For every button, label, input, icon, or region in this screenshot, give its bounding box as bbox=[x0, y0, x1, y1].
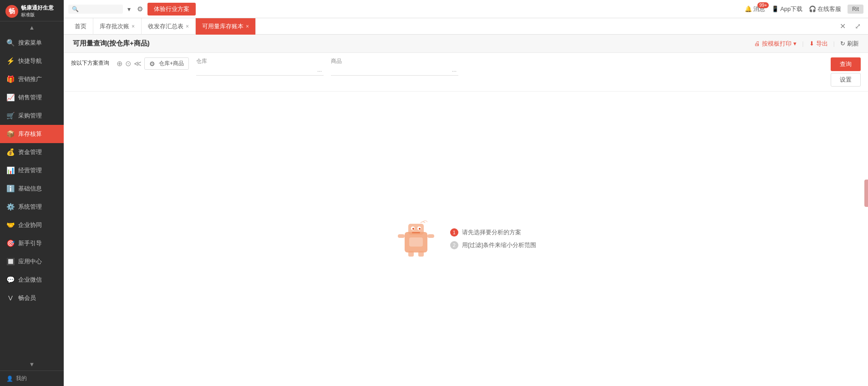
scheme-icon: ⚙ bbox=[149, 60, 157, 67]
empty-tip-2: 2 用[过滤]条件来缩小分析范围 bbox=[450, 241, 536, 249]
tab-available-stock-close[interactable]: × bbox=[246, 24, 249, 29]
topbar-right-actions: 🔔 消息 99+ 📱 App下载 🎧 在线客服 Rit bbox=[745, 5, 863, 14]
enterprise-wx-icon: 💬 bbox=[6, 276, 15, 284]
sidebar-item-system-mgmt[interactable]: ⚙️ 系统管理 bbox=[0, 198, 64, 216]
tip-num-2: 2 bbox=[450, 241, 458, 249]
empty-illustration: 1 请先选择要分析的方案 2 用[过滤]条件来缩小分析范围 bbox=[396, 218, 536, 259]
finance-mgmt-icon: 💰 bbox=[6, 148, 15, 156]
sidebar-item-vip-member[interactable]: V 畅会员 bbox=[0, 289, 64, 307]
vip-member-icon: V bbox=[6, 294, 15, 302]
topbar-gear-icon[interactable]: ⚙ bbox=[135, 5, 145, 13]
scheme-warehouse-goods[interactable]: ⚙ 仓库+商品 bbox=[144, 57, 189, 70]
system-mgmt-icon: ⚙️ bbox=[6, 203, 15, 211]
tip-text-1: 请先选择要分析的方案 bbox=[462, 228, 521, 237]
purchase-mgmt-label: 采购管理 bbox=[18, 112, 42, 120]
refresh-icon: ↻ bbox=[840, 40, 845, 47]
warehouse-field: 仓库 ··· bbox=[196, 57, 324, 76]
export-btn[interactable]: ⬇ 导出 bbox=[809, 40, 828, 48]
tab-receipt-summary[interactable]: 收发存汇总表 × bbox=[142, 18, 196, 35]
sidebar-bottom-user[interactable]: 👤 我的 bbox=[0, 371, 64, 386]
sidebar-item-shortcut[interactable]: ⚡ 快捷导航 bbox=[0, 52, 64, 70]
user-icon: 👤 bbox=[6, 376, 13, 382]
goods-input[interactable] bbox=[331, 67, 448, 74]
tab-batch-account-close[interactable]: × bbox=[132, 24, 135, 29]
app-center-label: 应用中心 bbox=[18, 257, 42, 266]
topbar-dropdown-icon[interactable]: ▾ bbox=[126, 5, 132, 13]
sidebar-item-purchase-mgmt[interactable]: 🛒 采购管理 bbox=[0, 107, 64, 125]
scheme-collapse-btn[interactable]: ≪ bbox=[134, 59, 142, 68]
filter-actions: 查询 设置 bbox=[831, 57, 861, 87]
svg-rect-9 bbox=[408, 251, 414, 257]
add-scheme-btn[interactable]: ⊕ bbox=[117, 59, 122, 68]
sidebar-item-inventory-mgmt[interactable]: 📦 库存核算 bbox=[0, 125, 64, 143]
sidebar-item-new-guide[interactable]: 🎯 新手引导 bbox=[0, 234, 64, 252]
svg-rect-11 bbox=[409, 237, 423, 247]
sidebar-item-sales-mgmt[interactable]: 📈 销售管理 bbox=[0, 88, 64, 107]
user-profile[interactable]: Rit bbox=[848, 5, 863, 14]
right-scroll-indicator[interactable] bbox=[864, 180, 868, 207]
sales-mgmt-label: 销售管理 bbox=[18, 93, 42, 102]
purchase-mgmt-icon: 🛒 bbox=[6, 112, 15, 120]
sidebar-item-operations-mgmt[interactable]: 📊 经营管理 bbox=[0, 161, 64, 180]
expand-tabs-btn[interactable]: ⤢ bbox=[852, 22, 863, 31]
scroll-up-btn[interactable]: ▲ bbox=[0, 21, 64, 34]
svg-rect-10 bbox=[418, 251, 424, 257]
tab-available-stock[interactable]: 可用量库存账本 × bbox=[196, 18, 256, 35]
marketing-promo-label: 营销推广 bbox=[18, 75, 42, 83]
export-label: 导出 bbox=[816, 40, 828, 48]
inventory-mgmt-icon: 📦 bbox=[6, 130, 15, 138]
print-dropdown-icon: ▾ bbox=[793, 40, 797, 47]
tip-text-2: 用[过滤]条件来缩小分析范围 bbox=[462, 241, 536, 249]
headset-icon: 🎧 bbox=[809, 5, 816, 12]
notification-badge: 99+ bbox=[757, 2, 769, 8]
sidebar-item-basic-info[interactable]: ℹ️ 基础信息 bbox=[0, 180, 64, 198]
sidebar-item-enterprise-coop[interactable]: 🤝 企业协同 bbox=[0, 216, 64, 234]
sidebar-item-finance-mgmt[interactable]: 💰 资金管理 bbox=[0, 143, 64, 161]
refresh-btn[interactable]: ↻ 刷新 bbox=[840, 40, 859, 48]
goods-more-btn[interactable]: ··· bbox=[450, 68, 458, 74]
vip-member-label: 畅会员 bbox=[18, 294, 36, 302]
enterprise-coop-icon: 🤝 bbox=[6, 221, 15, 229]
sidebar-item-app-center[interactable]: 🔲 应用中心 bbox=[0, 252, 64, 271]
topbar: 🔍 ▾ ⚙ 体验行业方案 🔔 消息 99+ 📱 App下载 🎧 在线客服 Rit bbox=[64, 0, 868, 18]
app-logo: 畅 畅康通好生意 标准版 bbox=[0, 0, 64, 21]
query-button[interactable]: 查询 bbox=[831, 57, 861, 71]
enterprise-coop-label: 企业协同 bbox=[18, 221, 42, 229]
industry-solution-button[interactable]: 体验行业方案 bbox=[147, 3, 196, 15]
page-header: 可用量查询(按仓库+商品) 🖨 按模板打印 ▾ | ⬇ 导出 | ↻ 刷新 bbox=[64, 35, 868, 53]
phone-icon: 📱 bbox=[772, 5, 779, 12]
basic-info-icon: ℹ️ bbox=[6, 185, 15, 193]
scroll-down-btn[interactable]: ▼ bbox=[0, 358, 64, 371]
scheme-settings-btn[interactable]: ⊙ bbox=[125, 59, 131, 68]
filter-row-label: 按以下方案查询 bbox=[71, 59, 109, 67]
filter-schemes: ⊕ ⊙ ≪ ⚙ 仓库+商品 bbox=[117, 57, 189, 70]
app-download-link[interactable]: 📱 App下载 bbox=[772, 5, 802, 13]
page-title: 可用量查询(按仓库+商品) bbox=[73, 39, 150, 48]
warehouse-label: 仓库 bbox=[196, 57, 324, 65]
empty-tips: 1 请先选择要分析的方案 2 用[过滤]条件来缩小分析范围 bbox=[450, 228, 536, 249]
notification-bell[interactable]: 🔔 消息 99+ bbox=[745, 5, 765, 13]
tabs-right-controls: ✕ ⤢ bbox=[837, 22, 863, 31]
sidebar-item-search[interactable]: 🔍 搜索菜单 bbox=[0, 34, 64, 52]
tip-num-1: 1 bbox=[450, 228, 458, 237]
online-service-link[interactable]: 🎧 在线客服 bbox=[809, 5, 841, 13]
username-text: Rit bbox=[852, 6, 859, 12]
topbar-search[interactable]: 🔍 bbox=[68, 5, 123, 14]
warehouse-more-btn[interactable]: ··· bbox=[315, 68, 324, 74]
tab-batch-account[interactable]: 库存批次账 × bbox=[93, 18, 142, 35]
scheme-label: 仓库+商品 bbox=[159, 60, 184, 67]
sidebar-item-marketing-promo[interactable]: 🎁 营销推广 bbox=[0, 70, 64, 88]
print-template-label: 按模板打印 bbox=[762, 40, 792, 48]
logo-icon: 畅 bbox=[5, 5, 18, 18]
app-center-icon: 🔲 bbox=[6, 257, 15, 266]
tab-batch-account-label: 库存批次账 bbox=[100, 22, 129, 31]
print-template-btn[interactable]: 🖨 按模板打印 ▾ bbox=[754, 40, 797, 48]
tab-home[interactable]: 首页 bbox=[68, 18, 93, 35]
print-icon: 🖨 bbox=[754, 40, 760, 47]
close-all-tabs-btn[interactable]: ✕ bbox=[837, 22, 848, 31]
settings-button[interactable]: 设置 bbox=[831, 73, 861, 87]
warehouse-input[interactable] bbox=[196, 67, 314, 74]
tab-receipt-summary-close[interactable]: × bbox=[186, 24, 189, 29]
svg-point-4 bbox=[412, 228, 414, 230]
sidebar-item-enterprise-wx[interactable]: 💬 企业微信 bbox=[0, 271, 64, 289]
